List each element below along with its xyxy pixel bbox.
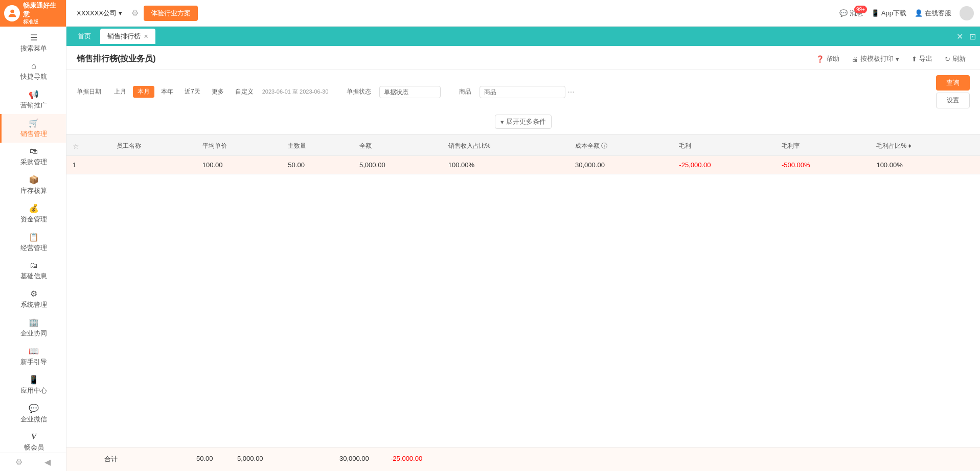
goods-more-icon[interactable]: ··· bbox=[565, 88, 576, 96]
refresh-icon: ↻ bbox=[945, 55, 950, 63]
service-icon: 👤 bbox=[915, 9, 923, 17]
date-btn-last-month[interactable]: 上月 bbox=[109, 86, 131, 98]
purchase-icon: 🛍 bbox=[30, 147, 38, 156]
online-service-btn[interactable]: 👤 在线客服 bbox=[915, 9, 951, 18]
date-range-display: 2023-06-01 至 2023-06-30 bbox=[262, 88, 329, 96]
cell-quantity: 50.00 bbox=[282, 156, 353, 174]
cell-gross-pct: 100.00% bbox=[870, 156, 980, 174]
cell-name bbox=[110, 156, 196, 174]
tab-expand-icon[interactable]: ⊡ bbox=[969, 32, 976, 41]
main-area: XXXXXX公司 ▾ ⚙ 体验行业方案 💬 消息 99+ 📱 App下载 👤 在… bbox=[66, 0, 980, 471]
th-gross-pct: 毛利占比% ♦ bbox=[870, 137, 980, 156]
date-btn-this-month[interactable]: 本月 bbox=[133, 86, 154, 98]
sidebar-nav: ☰ 搜索菜单 ⌂ 快捷导航 📢 营销推广 🛒 销售管理 🛍 采购管理 📦 库存核… bbox=[0, 27, 66, 453]
message-btn[interactable]: 💬 消息 99+ bbox=[839, 9, 863, 18]
sidebar-item-guide[interactable]: 📖 新手引导 bbox=[0, 342, 66, 371]
expand-conditions-btn[interactable]: ▾ 展开更多条件 bbox=[495, 115, 552, 129]
th-rank: ☆ bbox=[66, 137, 110, 156]
status-select[interactable]: 单据状态 bbox=[379, 86, 441, 98]
sidebar-item-marketing[interactable]: 📢 营销推广 bbox=[0, 85, 66, 114]
date-btn-this-year[interactable]: 本年 bbox=[156, 86, 178, 98]
avatar[interactable] bbox=[960, 6, 974, 20]
tab-sales-rank[interactable]: 销售排行榜 ✕ bbox=[100, 29, 155, 44]
cell-gross: -25,000.00 bbox=[673, 156, 776, 174]
settings-footer-btn[interactable]: ⚙ bbox=[15, 457, 22, 467]
collapse-btn[interactable]: ◀ bbox=[44, 457, 51, 467]
sidebar-item-finance[interactable]: 💰 资金管理 bbox=[0, 199, 66, 228]
data-table: ☆ 员工名称 平均单价 主数量 全额 销售收入占比% 成本全额 ⓘ 毛利 毛利率… bbox=[66, 137, 980, 174]
chat-icon: 💬 bbox=[29, 403, 39, 413]
message-icon: 💬 bbox=[839, 9, 848, 17]
refresh-btn[interactable]: ↻ 刷新 bbox=[941, 52, 970, 65]
dropdown-icon: ▾ bbox=[119, 9, 122, 17]
date-btn-more[interactable]: 更多 bbox=[207, 86, 229, 98]
footer-avg-spacer bbox=[139, 453, 190, 466]
sidebar-item-operations[interactable]: 📋 经营管理 bbox=[0, 228, 66, 257]
trial-button[interactable]: 体验行业方案 bbox=[144, 6, 198, 21]
sidebar-item-basic[interactable]: 🗂 基础信息 bbox=[0, 257, 66, 285]
filter-actions: 查询 设置 bbox=[936, 75, 970, 108]
folder-icon: 🗂 bbox=[30, 261, 38, 270]
tab-close-icon[interactable]: ✕ bbox=[144, 33, 148, 40]
cell-gross-rate: -500.00% bbox=[776, 156, 870, 174]
sidebar-item-search[interactable]: ☰ 搜索菜单 bbox=[0, 29, 66, 57]
megaphone-icon: 📢 bbox=[29, 89, 39, 99]
cell-avg-price: 100.00 bbox=[196, 156, 282, 174]
cell-rank: 1 bbox=[66, 156, 110, 174]
content-area: 销售排行榜(按业务员) ❓ 帮助 🖨 按模板打印 ▾ ⬆ 导出 ↻ 刷新 bbox=[66, 46, 980, 471]
status-filter-label: 单据状态 bbox=[347, 87, 371, 96]
date-btn-custom[interactable]: 自定义 bbox=[231, 86, 258, 98]
clipboard-icon: 📋 bbox=[29, 232, 39, 242]
building-icon: 🏢 bbox=[29, 318, 39, 327]
gear-icon: ⚙ bbox=[30, 289, 37, 299]
sidebar-item-enterprise[interactable]: 🏢 企业协同 bbox=[0, 313, 66, 342]
th-gross-rate: 毛利率 bbox=[776, 137, 870, 156]
settings-button[interactable]: 设置 bbox=[936, 93, 970, 108]
table-header-row: ☆ 员工名称 平均单价 主数量 全额 销售收入占比% 成本全额 ⓘ 毛利 毛利率… bbox=[66, 137, 980, 156]
tabbar-right: ✕ ⊡ bbox=[956, 32, 976, 41]
sidebar-item-purchase[interactable]: 🛍 采购管理 bbox=[0, 143, 66, 171]
cell-amount: 5,000.00 bbox=[353, 156, 442, 174]
footer-quantity: 50.00 bbox=[190, 453, 231, 466]
sidebar-item-sales[interactable]: 🛒 销售管理 bbox=[0, 114, 66, 143]
cart-icon: 🛒 bbox=[29, 118, 39, 128]
sidebar-item-appstore[interactable]: 📱 应用中心 bbox=[0, 371, 66, 399]
footer-sales-pct bbox=[282, 453, 333, 466]
footer-label bbox=[73, 453, 98, 466]
phone-icon: 📱 bbox=[29, 375, 39, 385]
sidebar-item-inventory[interactable]: 📦 库存核算 bbox=[0, 171, 66, 199]
svg-point-0 bbox=[10, 10, 14, 13]
home-icon: ⌂ bbox=[31, 61, 36, 71]
page-header: 销售排行榜(按业务员) ❓ 帮助 🖨 按模板打印 ▾ ⬆ 导出 ↻ 刷新 bbox=[66, 46, 980, 70]
tab-close-window-icon[interactable]: ✕ bbox=[956, 32, 963, 41]
sidebar-item-quick-nav[interactable]: ⌂ 快捷导航 bbox=[0, 57, 66, 85]
page-actions: ❓ 帮助 🖨 按模板打印 ▾ ⬆ 导出 ↻ 刷新 bbox=[812, 52, 970, 65]
status-input-wrap: 单据状态 bbox=[379, 86, 441, 98]
company-selector[interactable]: XXXXXX公司 ▾ bbox=[73, 7, 126, 20]
company-name: XXXXXX公司 bbox=[77, 9, 117, 18]
app-download-btn[interactable]: 📱 App下载 bbox=[871, 9, 906, 18]
sidebar-item-wechat[interactable]: 💬 企业微信 bbox=[0, 399, 66, 428]
th-gross: 毛利 bbox=[673, 137, 776, 156]
topbar-settings-icon[interactable]: ⚙ bbox=[131, 8, 139, 18]
data-table-wrap: ☆ 员工名称 平均单价 主数量 全额 销售收入占比% 成本全额 ⓘ 毛利 毛利率… bbox=[66, 137, 980, 447]
query-button[interactable]: 查询 bbox=[936, 75, 970, 91]
sidebar: 畅康通好生意 标准版 ☰ 搜索菜单 ⌂ 快捷导航 📢 营销推广 🛒 销售管理 🛍… bbox=[0, 0, 66, 471]
expand-down-icon: ▾ bbox=[500, 118, 504, 126]
logo-icon bbox=[4, 5, 20, 21]
tab-home[interactable]: 首页 bbox=[71, 29, 98, 44]
print-btn[interactable]: 🖨 按模板打印 ▾ bbox=[848, 52, 903, 65]
sidebar-item-system[interactable]: ⚙ 系统管理 bbox=[0, 285, 66, 313]
cell-cost: 30,000.00 bbox=[569, 156, 673, 174]
help-btn[interactable]: ❓ 帮助 bbox=[812, 52, 844, 65]
goods-input[interactable] bbox=[480, 86, 565, 98]
sidebar-item-member[interactable]: V 畅会员 bbox=[0, 428, 66, 453]
export-btn[interactable]: ⬆ 导出 bbox=[907, 52, 937, 65]
footer-gross-pct bbox=[487, 453, 538, 466]
th-name: 员工名称 bbox=[110, 137, 196, 156]
th-quantity: 主数量 bbox=[282, 137, 353, 156]
table-row: 1 100.00 50.00 5,000.00 100.00% 30,000.0… bbox=[66, 156, 980, 174]
date-buttons: 上月 本月 本年 近7天 更多 自定义 2023-06-01 至 2023-06… bbox=[109, 86, 328, 98]
date-btn-7days[interactable]: 近7天 bbox=[180, 86, 205, 98]
download-icon: 📱 bbox=[871, 9, 879, 17]
